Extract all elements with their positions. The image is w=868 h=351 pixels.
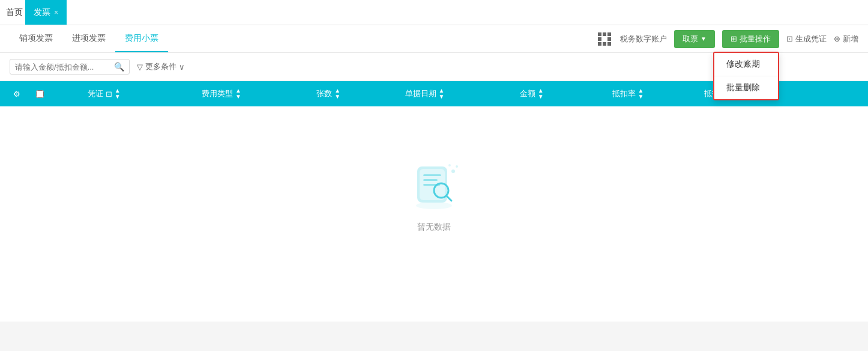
sub-nav-purchase[interactable]: 进项发票 xyxy=(62,25,115,52)
empty-illustration xyxy=(404,154,464,215)
search-input[interactable] xyxy=(15,63,114,72)
svg-rect-3 xyxy=(423,174,441,176)
sub-nav: 销项发票 进项发票 费用小票 税务数字账户 取票 ▼ ⊞ 批量操作 xyxy=(0,25,868,53)
batch-op-button[interactable]: ⊞ 批量操作 xyxy=(722,30,779,48)
th-count: 张数 ▲▼ xyxy=(286,88,372,100)
invoice-tab-label: 发票 xyxy=(34,7,50,18)
add-button[interactable]: ⊕ 新增 xyxy=(834,34,858,44)
th-voucher: 凭证 ⊡ ▲▼ xyxy=(50,88,157,100)
more-filter-button[interactable]: ▽ 更多条件 ∨ xyxy=(137,61,185,72)
th-date: 单据日期 ▲▼ xyxy=(371,88,478,100)
invoice-tab-close[interactable]: × xyxy=(54,8,58,17)
sub-nav-expense[interactable]: 费用小票 xyxy=(115,25,168,52)
svg-point-0 xyxy=(416,202,452,209)
svg-point-9 xyxy=(451,169,455,173)
empty-state: 暂无数据 xyxy=(0,106,868,257)
content-area: ⚙ 凭证 ⊡ ▲▼ 费用类型 ▲▼ 张数 ▲▼ 单据日期 ▲▼ 金额 ▲▼ 抵扣… xyxy=(0,81,868,322)
toolbar-right: 税务数字账户 取票 ▼ ⊞ 批量操作 修改账期 批量删除 ⊡ 生成凭证 ⊕ 新增 xyxy=(596,30,858,48)
tax-account-button[interactable]: 税务数字账户 xyxy=(620,34,667,44)
gen-voucher-button[interactable]: ⊡ 生成凭证 xyxy=(786,34,827,44)
modify-period-item[interactable]: 修改账期 xyxy=(714,53,778,76)
search-wrap: 🔍 xyxy=(10,59,130,75)
top-nav: 首页 发票 × xyxy=(0,0,868,25)
th-amount: 金额 ▲▼ xyxy=(478,88,585,100)
svg-point-11 xyxy=(448,164,451,166)
svg-point-7 xyxy=(437,186,445,195)
batch-op-dropdown: 修改账期 批量删除 xyxy=(713,52,779,100)
svg-line-8 xyxy=(447,196,451,201)
th-expense-type: 费用类型 ▲▼ xyxy=(157,88,286,100)
empty-text: 暂无数据 xyxy=(417,222,451,233)
svg-rect-4 xyxy=(423,179,438,181)
svg-point-10 xyxy=(456,165,458,168)
sub-nav-sales[interactable]: 销项发票 xyxy=(10,25,62,52)
batch-op-wrapper: ⊞ 批量操作 修改账期 批量删除 xyxy=(722,30,779,48)
qr-icon[interactable] xyxy=(596,31,613,47)
th-rate: 抵扣率 ▲▼ xyxy=(585,88,671,100)
batch-delete-item[interactable]: 批量删除 xyxy=(714,76,778,99)
invoice-tab[interactable]: 发票 × xyxy=(25,0,67,25)
th-settings[interactable]: ⚙ xyxy=(5,90,29,99)
search-icon[interactable]: 🔍 xyxy=(114,62,124,72)
select-all-checkbox[interactable] xyxy=(36,90,44,98)
home-link[interactable]: 首页 xyxy=(6,7,23,18)
take-ticket-button[interactable]: 取票 ▼ xyxy=(674,30,715,48)
th-checkbox[interactable] xyxy=(29,90,50,98)
